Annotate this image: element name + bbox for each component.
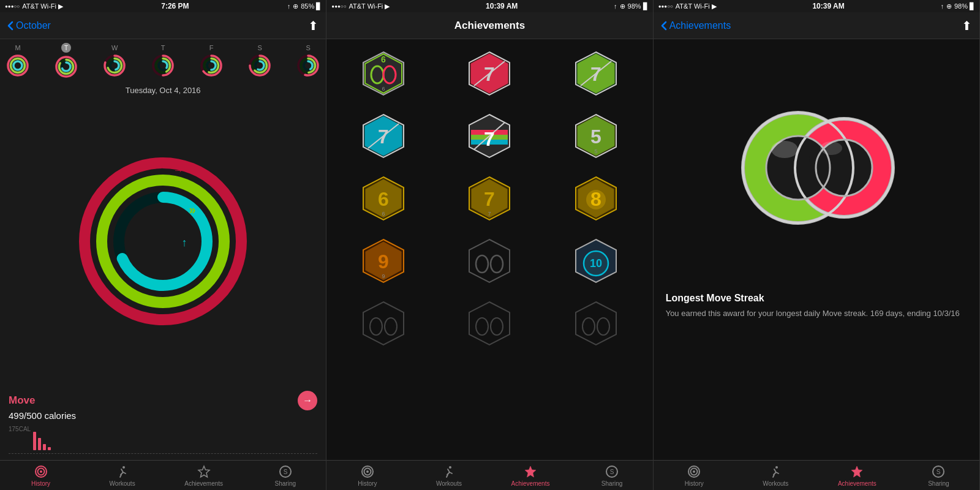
badge-item-6[interactable]: 5 5 xyxy=(546,111,645,167)
tab-workouts-1[interactable]: Workouts xyxy=(81,464,163,487)
ring-mini-tuesday xyxy=(55,55,78,78)
status-bar-2: ●●●○○ AT&T Wi-Fi ▶ 10:39 AM ↑ ⊕ 98% ▊ xyxy=(326,0,652,12)
signal-dots-2: ●●●○○ xyxy=(331,4,346,9)
svg-point-120 xyxy=(449,466,451,469)
nav-bar-2: Achievements xyxy=(326,12,652,39)
bluetooth-icon-2: ⊕ xyxy=(620,2,625,10)
nav-back-achievements[interactable]: Achievements xyxy=(661,20,731,31)
svg-marker-55 xyxy=(198,466,209,477)
day-letter-f: F xyxy=(209,44,214,51)
tab-label-sharing-1: Sharing xyxy=(275,480,296,487)
badge-item-9[interactable]: 8 xyxy=(546,174,645,229)
chevron-left-icon xyxy=(7,21,13,31)
tab-workouts-2[interactable]: Workouts xyxy=(408,464,489,487)
tab-label-workouts-1: Workouts xyxy=(110,480,135,487)
badge-item-3[interactable]: 7 xyxy=(546,49,645,104)
status-bar-3: ●●●○○ AT&T Wi-Fi ▶ 10:39 AM ↑ ⊕ 98% ▊ xyxy=(654,0,979,12)
svg-text:5: 5 xyxy=(594,148,597,154)
nav-title-achievements: Achievements xyxy=(371,20,608,32)
bluetooth-icon: ⊕ xyxy=(293,2,298,10)
tab-achievements-1[interactable]: Achievements xyxy=(163,464,244,487)
svg-text:»: » xyxy=(189,203,196,216)
badge-item-10[interactable]: 9 9 xyxy=(334,236,432,292)
badge-item-13[interactable] xyxy=(334,299,432,354)
tab-label-workouts-2: Workouts xyxy=(436,480,462,487)
tab-history-1[interactable]: History xyxy=(0,464,81,487)
badge-item-12[interactable]: 10 xyxy=(546,236,645,292)
svg-marker-111 xyxy=(469,302,510,345)
tab-sharing-3[interactable]: S Sharing xyxy=(898,464,979,487)
svg-marker-102 xyxy=(469,239,510,282)
svg-text:9: 9 xyxy=(378,251,389,273)
svg-text:10: 10 xyxy=(590,257,602,270)
badge-item-5[interactable]: 7 xyxy=(440,111,539,167)
nav-back-october[interactable]: October xyxy=(7,20,51,31)
badge-item-14[interactable] xyxy=(440,299,539,354)
svg-point-137 xyxy=(775,466,778,469)
day-tuesday: T xyxy=(55,43,78,78)
back-label: October xyxy=(16,20,51,31)
svg-point-133 xyxy=(820,141,842,155)
achievement-description: You earned this award for your longest d… xyxy=(666,307,960,320)
svg-point-136 xyxy=(693,470,695,473)
ring-mini-wednesday xyxy=(103,54,126,77)
day-sunday: S xyxy=(296,44,320,77)
week-strip: M T xyxy=(0,39,326,82)
big-activity-ring: → » ↑ xyxy=(77,156,249,327)
badge-item-2[interactable]: 7 xyxy=(440,49,539,104)
svg-text:S: S xyxy=(937,469,941,475)
chevron-left-icon-3 xyxy=(661,21,667,31)
activity-content: M T xyxy=(0,39,326,460)
badge-item-15[interactable] xyxy=(546,299,645,354)
day-friday: F xyxy=(200,44,223,77)
tab-sharing-1[interactable]: S Sharing xyxy=(244,464,326,487)
tab-history-3[interactable]: History xyxy=(654,464,735,487)
svg-point-43 xyxy=(85,163,241,320)
tab-achievements-3[interactable]: Achievements xyxy=(816,464,898,487)
svg-point-54 xyxy=(123,466,125,469)
svg-point-103 xyxy=(476,255,488,273)
share-icon-2: S xyxy=(605,464,619,479)
tab-label-history-3: History xyxy=(685,480,704,487)
achievements-grid: 6 6 7 7 xyxy=(330,45,649,358)
day-wednesday: W xyxy=(103,44,126,77)
badge-item-4[interactable]: 7 xyxy=(334,111,432,167)
svg-marker-108 xyxy=(363,302,404,345)
tab-history-2[interactable]: History xyxy=(326,464,408,487)
status-right-2: ↑ ⊕ 98% ▊ xyxy=(614,2,648,10)
day-saturday: S xyxy=(248,44,271,77)
move-detail-button[interactable]: → xyxy=(298,391,317,410)
status-bar-1: ●●●○○ AT&T Wi-Fi ▶ 7:26 PM ↑ ⊕ 85% ▊ xyxy=(0,0,326,12)
badge-item-1[interactable]: 6 6 xyxy=(334,49,432,104)
tab-achievements-2[interactable]: Achievements xyxy=(489,464,571,487)
badge-item-8[interactable]: 7 7 xyxy=(440,174,539,229)
nav-bar-3: Achievements ⬆ xyxy=(654,12,979,39)
svg-marker-121 xyxy=(525,466,536,477)
svg-text:6: 6 xyxy=(381,55,386,64)
tab-workouts-3[interactable]: Workouts xyxy=(735,464,816,487)
svg-text:9: 9 xyxy=(382,273,385,279)
share-button-3[interactable]: ⬆ xyxy=(962,18,972,33)
location-icon-2: ↑ xyxy=(614,2,617,10)
achievement-title: Longest Move Streak xyxy=(666,293,960,304)
svg-point-104 xyxy=(491,255,503,273)
date-label: Tuesday, Oct 4, 2016 xyxy=(0,82,326,96)
day-letter-th: T xyxy=(161,44,165,51)
svg-text:6: 6 xyxy=(382,86,385,92)
day-letter-s: S xyxy=(258,44,262,51)
svg-text:→: → xyxy=(173,164,184,176)
chart-bar xyxy=(48,447,51,450)
tab-label-sharing-2: Sharing xyxy=(601,480,622,487)
chart-bar xyxy=(38,438,41,450)
back-label-3: Achievements xyxy=(669,20,731,31)
battery-icon-3: 98% ▊ xyxy=(954,2,974,10)
achievements-grid-container: 6 6 7 7 xyxy=(326,39,652,460)
share-button-1[interactable]: ⬆ xyxy=(308,18,318,33)
status-time-3: 10:39 AM xyxy=(812,2,844,10)
svg-point-116 xyxy=(597,318,609,335)
tab-sharing-2[interactable]: S Sharing xyxy=(571,464,653,487)
badge-item-11[interactable] xyxy=(440,236,539,292)
tab-bar-3: History Workouts Achievements S Sharing xyxy=(654,460,979,490)
badge-item-7[interactable]: 6 6 xyxy=(334,174,432,229)
svg-marker-114 xyxy=(576,302,616,345)
